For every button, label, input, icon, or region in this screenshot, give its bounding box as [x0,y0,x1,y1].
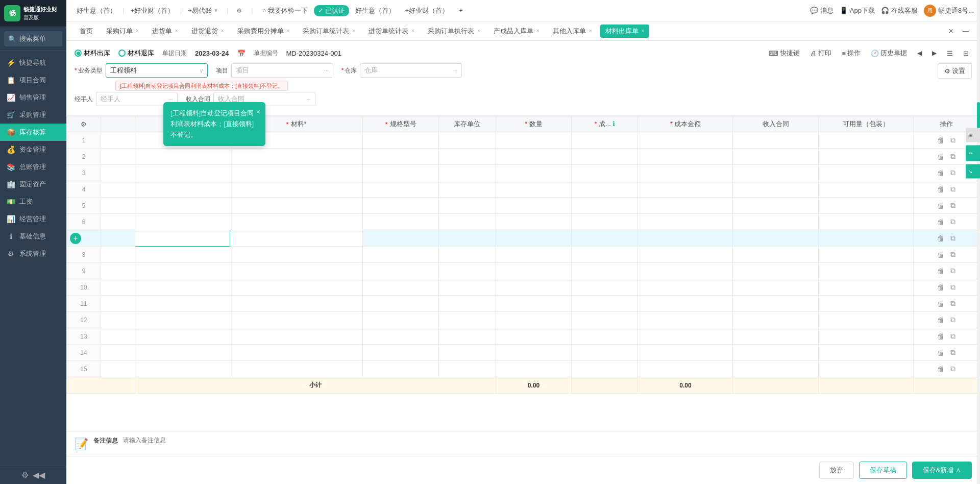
sidebar-item-nav[interactable]: ⚡ 快捷导航 [0,54,66,71]
right-float-btn-3[interactable]: ↗ [966,164,980,179]
copy-row-3[interactable]: ⧉ [948,167,958,178]
topnav-link-1[interactable]: +好业财（首） [126,4,178,17]
close-tab-7[interactable]: × [477,28,480,34]
detail-view-button[interactable]: ⊞ [960,48,972,59]
tab-other-in[interactable]: 其他入库单 × [548,25,597,38]
radio-material-return[interactable]: 材料退库 [118,49,154,58]
save-draft-button[interactable]: 保存草稿 [859,462,907,479]
close-tab-1[interactable]: × [136,28,139,34]
topnav-message[interactable]: 💬 消息 [810,6,834,15]
delete-row-12[interactable]: 🗑 [935,315,946,325]
delete-row-7[interactable]: 🗑 [935,233,946,244]
tab-purchase-exec[interactable]: 采购订单执行表 × [423,25,485,38]
copy-row-7[interactable]: ⧉ [948,233,958,244]
discard-button[interactable]: 放弃 [819,462,854,479]
sidebar-item-salary[interactable]: 💵 工资 [0,193,66,210]
copy-row-2[interactable]: ⧉ [948,151,958,162]
sidebar-item-finance[interactable]: 💰 资金管理 [0,141,66,158]
th-settings[interactable]: ⚙ [67,116,101,132]
delete-row-2[interactable]: 🗑 [935,152,946,162]
delete-row-8[interactable]: 🗑 [935,250,946,260]
sidebar-item-inventory[interactable]: 📦 库存核算 [0,124,66,141]
minimize-window-button[interactable]: — [960,26,972,36]
date-value[interactable]: 2023-03-24 [195,50,229,57]
topnav-link-0[interactable]: 好生意（首） [72,4,120,17]
copy-row-1[interactable]: ⧉ [948,135,958,146]
tooltip-close-button[interactable]: × [256,106,260,117]
tab-goods-return[interactable]: 进货退货 × [186,25,229,38]
notes-input[interactable] [123,437,972,444]
search-menu-button[interactable]: 🔍 搜索菜单 [4,31,62,46]
delete-row-13[interactable]: 🗑 [935,331,946,342]
list-view-button[interactable]: ☰ [944,48,956,59]
print-button[interactable]: 🖨 打印 [807,47,835,59]
sidebar-item-contract[interactable]: 📋 项目合同 [0,71,66,89]
collapse-sidebar-button[interactable]: ◀◀ [33,470,45,480]
close-tab-3[interactable]: × [221,28,224,34]
topnav-settings[interactable]: ⚙ [232,5,246,16]
close-tab-4[interactable]: × [287,28,290,34]
delete-row-6[interactable]: 🗑 [935,217,946,227]
close-tab-5[interactable]: × [352,28,355,34]
topnav-experience[interactable]: ○ 我要体验一下 [258,4,312,17]
close-tab-6[interactable]: × [411,28,414,34]
add-row-button[interactable]: + [70,233,81,244]
copy-row-14[interactable]: ⧉ [948,347,958,358]
sidebar-item-assets[interactable]: 🏢 固定资产 [0,176,66,193]
prev-record-button[interactable]: ◀ [914,48,925,58]
delete-row-9[interactable]: 🗑 [935,266,946,276]
topnav-extra-0[interactable]: 好生意（首） [351,4,399,17]
delete-row-1[interactable]: 🗑 [935,135,946,146]
sidebar-item-management[interactable]: 📊 经营管理 [0,210,66,228]
copy-row-15[interactable]: ⧉ [948,364,958,374]
tab-goods-in[interactable]: 进货单 × [147,25,183,38]
right-float-btn-2[interactable]: ✏ [966,146,980,161]
copy-row-13[interactable]: ⧉ [948,331,958,342]
delete-row-3[interactable]: 🗑 [935,168,946,178]
sidebar-item-ledger[interactable]: 📚 总账管理 [0,158,66,176]
copy-row-8[interactable]: ⧉ [948,249,958,260]
copy-row-6[interactable]: ⧉ [948,216,958,227]
save-new-button[interactable]: 保存&新增 ∧ [912,462,972,479]
copy-row-5[interactable]: ⧉ [948,200,958,211]
copy-row-10[interactable]: ⧉ [948,282,958,293]
tab-purchase-fee[interactable]: 采购费用分摊单 × [232,25,295,38]
radio-material-out[interactable]: 材料出库 [75,49,110,58]
topnav-extra-1[interactable]: +好业财（首） [401,4,453,17]
tab-goods-stats[interactable]: 进货单统计表 × [363,25,420,38]
doc-settings-button[interactable]: ⚙ 设置 [938,63,972,79]
copy-row-9[interactable]: ⧉ [948,265,958,276]
copy-row-12[interactable]: ⧉ [948,314,958,325]
close-tab-8[interactable]: × [536,28,540,34]
calendar-icon[interactable]: 📅 [237,50,246,57]
warehouse-input[interactable]: 仓库 ··· [360,63,462,78]
project-input[interactable]: 项目 ··· [231,63,333,78]
topnav-app-download[interactable]: 📱 App下载 [840,6,875,15]
delete-row-4[interactable]: 🗑 [935,184,946,195]
quick-key-button[interactable]: ⌨ 快捷键 [766,47,803,59]
close-tab-10[interactable]: × [642,28,645,34]
copy-row-11[interactable]: ⧉ [948,298,958,309]
history-button[interactable]: 🕐 历史单据 [868,47,910,59]
topnav-user[interactable]: 用 畅捷通8号... [924,5,974,17]
topnav-online-service[interactable]: 🎧 在线客服 [881,6,918,15]
tab-purchase-stats[interactable]: 采购订单统计表 × [298,25,360,38]
tab-purchase-order[interactable]: 采购订单 × [101,25,144,38]
close-tab-9[interactable]: × [589,28,592,34]
settings-footer-button[interactable]: ⚙ [21,470,29,480]
delete-row-10[interactable]: 🗑 [935,282,946,293]
operations-button[interactable]: ≡ 操作 [839,47,864,59]
right-float-btn-1[interactable]: ⊞ [966,128,980,142]
sidebar-item-base[interactable]: ℹ 基础信息 [0,228,66,245]
topnav-link-2[interactable]: +易代账 ▼ [184,4,223,17]
next-record-button[interactable]: ▶ [929,48,940,58]
sidebar-item-sales[interactable]: 📈 销售管理 [0,89,66,106]
close-window-button[interactable]: ✕ [945,26,957,36]
business-type-select[interactable]: 工程领料 ∨ [106,63,208,78]
tab-product-in[interactable]: 产成品入库单 × [488,25,545,38]
delete-row-11[interactable]: 🗑 [935,299,946,309]
close-tab-2[interactable]: × [175,28,178,34]
delete-row-15[interactable]: 🗑 [935,364,946,374]
sidebar-item-system[interactable]: ⚙ 系统管理 [0,245,66,262]
tab-home[interactable]: 首页 [75,25,98,38]
